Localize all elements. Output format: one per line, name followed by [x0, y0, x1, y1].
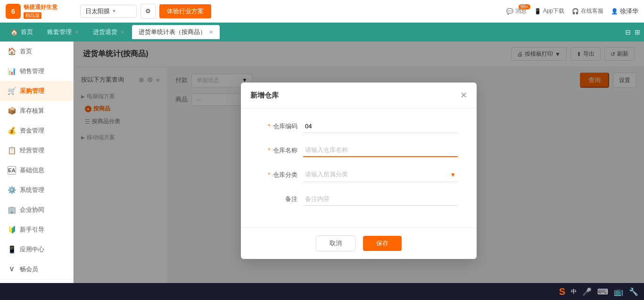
tab-purchase-return[interactable]: 进货退货 ✕: [86, 25, 131, 39]
category-select[interactable]: 请输入所属分类 ▼: [303, 167, 458, 182]
tab-close-account[interactable]: ✕: [74, 29, 79, 35]
tab-close-purchase-stats[interactable]: ✕: [209, 29, 213, 35]
bottom-bar: S 中 🎤 ⌨ 📺 🔧: [0, 283, 644, 300]
app-download-btn[interactable]: 📱 App下载: [534, 7, 564, 15]
sidebar-item-enterprise[interactable]: 🏢 企业协同: [0, 200, 73, 220]
modal-title: 新增仓库: [250, 91, 279, 100]
chinese-input-icon[interactable]: 中: [571, 288, 577, 296]
home-sidebar-icon: 🏠: [8, 47, 16, 56]
category-label: * 仓库分类: [260, 171, 297, 179]
messages-btn[interactable]: 💬 消息 99+: [506, 7, 527, 15]
logo-badge: 精品版: [24, 12, 41, 19]
sales-icon: 📊: [8, 67, 16, 75]
message-badge: 99+: [519, 4, 530, 9]
add-warehouse-modal: 新增仓库 ✕ * 仓库编码 *: [241, 83, 477, 259]
minimize-tab-icon[interactable]: ⊟: [625, 28, 631, 36]
name-input[interactable]: [303, 143, 458, 157]
logo-area: 6 畅捷通好生意 精品版: [6, 3, 76, 19]
trial-button[interactable]: 体验行业方案: [159, 4, 211, 18]
sidebar-item-home[interactable]: 🏠 首页: [0, 42, 73, 61]
modal-footer: 取消 保存: [241, 227, 477, 259]
modal-body: * 仓库编码 * 仓库名称: [241, 108, 477, 227]
chevron-down-icon: ▼: [112, 8, 116, 14]
display-icon[interactable]: 📺: [614, 287, 623, 296]
tab-home[interactable]: 🏠 首页: [4, 25, 40, 39]
basic-info-icon: EA: [8, 166, 16, 175]
headset-icon: 🎧: [572, 8, 579, 15]
sougou-icon[interactable]: S: [559, 286, 565, 297]
user-avatar[interactable]: 👤 徐泽华: [611, 7, 638, 16]
form-row-category: * 仓库分类 请输入所属分类 ▼: [260, 167, 458, 182]
purchase-icon: 🛒: [8, 87, 16, 95]
tab-close-purchase-return[interactable]: ✕: [120, 29, 124, 35]
newbie-icon: 🔰: [8, 225, 16, 234]
sidebar-item-newbie[interactable]: 🔰 新手引导: [0, 220, 73, 240]
sidebar-item-operations[interactable]: 📋 经营管理: [0, 141, 73, 160]
sidebar-item-inventory[interactable]: 📦 库存核算: [0, 101, 73, 121]
main-content: 进货单统计(按商品) 🖨 按模板打印 ▼ ⬆ 导出 ↺ 刷新: [74, 42, 644, 300]
keyboard-icon[interactable]: ⌨: [597, 287, 608, 296]
sidebar-item-vip[interactable]: V 畅会员: [0, 259, 73, 279]
form-row-remark: 备注: [260, 192, 458, 206]
app-center-icon: 📱: [8, 245, 16, 254]
sidebar-item-purchase[interactable]: 🛒 采购管理: [0, 81, 73, 101]
remark-input[interactable]: [303, 192, 458, 206]
topbar-right: 💬 消息 99+ 📱 App下载 🎧 在线客服 👤 徐泽华: [506, 7, 638, 16]
user-icon: 👤: [611, 8, 618, 15]
home-icon: 🏠: [10, 29, 18, 36]
tool-icon[interactable]: 🔧: [629, 287, 638, 296]
message-icon: 💬: [506, 8, 513, 15]
main-layout: 🏠 首页 📊 销售管理 🛒 采购管理 📦 库存核算 💰 资金管理 📋 经营管理 …: [0, 42, 644, 300]
logo-text: 畅捷通好生意 精品版: [24, 3, 58, 19]
tab-purchase-stats[interactable]: 进货单统计表（按商品） ✕: [132, 25, 220, 39]
sidebar-item-app-center[interactable]: 📱 应用中心: [0, 240, 73, 259]
sidebar-item-finance[interactable]: 💰 资金管理: [0, 121, 73, 141]
nav-tabs: 🏠 首页 账套管理 ✕ 进货退货 ✕ 进货单统计表（按商品） ✕ ⊟ ⊞: [0, 23, 644, 42]
save-button[interactable]: 保存: [363, 236, 402, 251]
code-input[interactable]: [303, 120, 458, 133]
modal-close-btn[interactable]: ✕: [460, 90, 467, 100]
name-label: * 仓库名称: [260, 146, 297, 155]
logo-icon: 6: [6, 4, 21, 19]
sidebar: 🏠 首页 📊 销售管理 🛒 采购管理 📦 库存核算 💰 资金管理 📋 经营管理 …: [0, 42, 74, 300]
topbar: 6 畅捷通好生意 精品版 日太阳膜 ▼ ⚙ 体验行业方案 💬 消息 99+ 📱 …: [0, 0, 644, 23]
form-row-name: * 仓库名称: [260, 143, 458, 157]
store-selector[interactable]: 日太阳膜 ▼: [80, 5, 137, 18]
finance-icon: 💰: [8, 126, 16, 135]
inventory-icon: 📦: [8, 107, 16, 115]
modal-header: 新增仓库 ✕: [241, 83, 477, 108]
mobile-icon: 📱: [534, 8, 541, 15]
form-row-code: * 仓库编码: [260, 120, 458, 133]
system-icon: ⚙️: [8, 186, 16, 194]
tab-account[interactable]: 账套管理 ✕: [41, 25, 85, 39]
modal-overlay: 新增仓库 ✕ * 仓库编码 *: [74, 42, 644, 300]
vip-icon: V: [8, 265, 16, 274]
sidebar-item-system[interactable]: ⚙️ 系统管理: [0, 180, 73, 200]
customer-service-btn[interactable]: 🎧 在线客服: [572, 7, 603, 15]
sidebar-item-basic-info[interactable]: EA 基础信息: [0, 160, 73, 180]
enterprise-icon: 🏢: [8, 206, 16, 214]
expand-tab-icon[interactable]: ⊞: [635, 28, 640, 36]
sidebar-item-sales[interactable]: 📊 销售管理: [0, 61, 73, 81]
tab-controls: ⊟ ⊞: [625, 28, 640, 36]
mic-icon[interactable]: 🎤: [582, 287, 592, 296]
cancel-button[interactable]: 取消: [316, 235, 355, 251]
settings-icon[interactable]: ⚙: [140, 4, 156, 19]
remark-label: 备注: [260, 195, 297, 203]
category-chevron-icon: ▼: [450, 171, 456, 178]
operations-icon: 📋: [8, 146, 16, 155]
code-label: * 仓库编码: [260, 122, 297, 131]
